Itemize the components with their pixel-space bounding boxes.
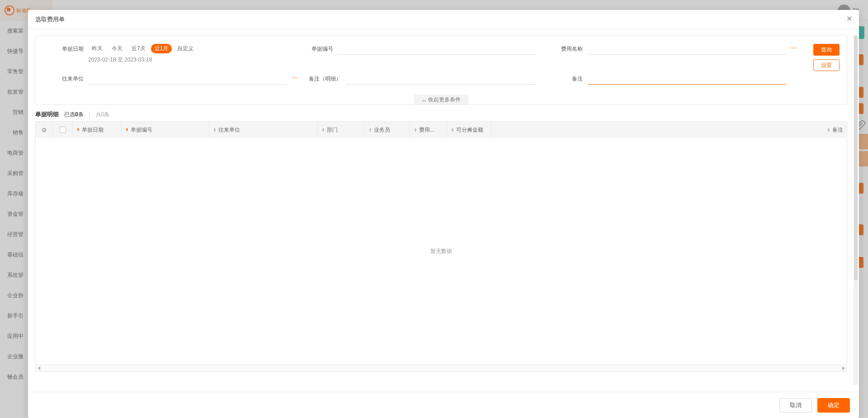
divider: | [89, 111, 90, 118]
sort-icon[interactable]: ▲▼ [76, 128, 80, 132]
column-label: 备注 [832, 126, 843, 134]
table-header: ▲▼ 单据日期 ▲▼ 单据编号 ▲▼ 往来单位 ▲▼ 部门 ▲▼ 业务员 [36, 122, 847, 138]
column-header-allocatable[interactable]: ▲▼ 可分摊金额 [447, 122, 491, 138]
filter-docno: 单据编号 [305, 44, 555, 64]
modal-title: 选取费用单 [35, 15, 65, 24]
filter-label: 备注 [555, 74, 587, 84]
column-label: 业务员 [374, 126, 390, 134]
remark-detail-input[interactable] [346, 74, 537, 85]
filter-label: 备注（明细） [305, 74, 346, 84]
column-label: 单据编号 [131, 126, 152, 134]
filter-label: 单据日期 [56, 44, 88, 54]
modal-body: 查询 设置 单据日期 昨天 今天 近7天 近1月 自定义 2023-02-18 … [28, 29, 859, 392]
filter-date: 单据日期 昨天 今天 近7天 近1月 自定义 2023-02-18 至 2023… [56, 44, 305, 64]
empty-text: 暂无数据 [430, 247, 452, 255]
remark-input[interactable] [587, 74, 786, 85]
sort-icon[interactable]: ▲▼ [321, 128, 325, 132]
vertical-scrollbar-thumb[interactable] [854, 35, 858, 280]
expense-name-picker-icon[interactable]: ··· [791, 45, 797, 51]
date-chip-custom[interactable]: 自定义 [174, 44, 197, 53]
details-selected-count: 已选0条 [64, 111, 84, 119]
column-label: 费用... [419, 126, 434, 134]
column-checkbox-all [53, 122, 73, 138]
sort-icon[interactable]: ▲▼ [213, 128, 217, 132]
sort-icon[interactable]: ▲▼ [414, 128, 417, 132]
cancel-button[interactable]: 取消 [779, 398, 812, 413]
results-table: ▲▼ 单据日期 ▲▼ 单据编号 ▲▼ 往来单位 ▲▼ 部门 ▲▼ 业务员 [35, 121, 847, 372]
date-chip-today[interactable]: 今天 [108, 44, 126, 53]
select-expense-modal: 选取费用单 ✕ 查询 设置 单据日期 昨天 今天 近7天 近1月 [28, 10, 859, 418]
table-empty: 暂无数据 [36, 138, 847, 364]
sort-icon[interactable]: ▲▼ [125, 128, 129, 132]
date-chip-last1m[interactable]: 近1月 [151, 44, 172, 53]
column-header-remark[interactable]: ▲▼ 备注 [491, 122, 847, 138]
sort-icon[interactable]: ▲▼ [451, 128, 454, 132]
partner-picker-icon[interactable]: ··· [292, 75, 298, 81]
date-quick-picker: 昨天 今天 近7天 近1月 自定义 2023-02-18 至 2023-03-1… [88, 44, 287, 64]
column-label: 部门 [327, 126, 338, 134]
details-bar: 单据明细 已选0条 | 共0条 [35, 110, 847, 119]
collapse-filters-button[interactable]: ︽收起更多条件 [414, 95, 468, 104]
filter-expense-name: 费用名称 ··· [555, 44, 827, 64]
sort-icon[interactable]: ▲▼ [827, 128, 830, 132]
filter-remark-detail: 备注（明细） [305, 74, 555, 85]
details-total-count: 共0条 [96, 111, 110, 119]
date-chip-yesterday[interactable]: 昨天 [88, 44, 106, 53]
partner-input[interactable] [88, 74, 287, 85]
filter-label: 往来单位 [56, 74, 88, 84]
expense-name-input[interactable] [587, 44, 786, 55]
sort-icon[interactable]: ▲▼ [368, 128, 372, 132]
column-header-partner[interactable]: ▲▼ 往来单位 [209, 122, 318, 138]
column-label: 可分摊金额 [456, 126, 483, 134]
docno-input[interactable] [338, 44, 537, 55]
column-header-expense[interactable]: ▲▼ 费用... [410, 122, 447, 138]
collapse-label: 收起更多条件 [428, 96, 461, 103]
filter-remark: 备注 [555, 74, 827, 85]
details-title: 单据明细 [35, 110, 59, 119]
column-settings-button[interactable] [36, 122, 53, 138]
filter-partner: 往来单位 ··· [56, 74, 305, 85]
column-label: 单据日期 [82, 126, 104, 134]
chevron-up-icon: ︽ [422, 97, 426, 102]
close-icon[interactable]: ✕ [844, 14, 854, 24]
filter-label: 费用名称 [555, 44, 587, 54]
filter-panel: 查询 设置 单据日期 昨天 今天 近7天 近1月 自定义 2023-02-18 … [35, 35, 847, 105]
modal-footer: 取消 确定 [28, 392, 859, 418]
column-header-docno[interactable]: ▲▼ 单据编号 [122, 122, 209, 138]
filter-label: 单据编号 [305, 44, 338, 54]
column-header-dept[interactable]: ▲▼ 部门 [318, 122, 365, 138]
date-chip-last7[interactable]: 近7天 [128, 44, 149, 53]
date-range-text: 2023-02-18 至 2023-03-18 [88, 56, 287, 64]
vertical-scrollbar[interactable] [854, 35, 858, 385]
column-header-date[interactable]: ▲▼ 单据日期 [73, 122, 122, 138]
checkbox-all[interactable] [60, 127, 66, 133]
column-label: 往来单位 [218, 126, 240, 134]
modal-header: 选取费用单 ✕ [28, 10, 859, 29]
ok-button[interactable]: 确定 [817, 398, 850, 413]
horizontal-scrollbar[interactable] [36, 364, 847, 371]
column-header-agent[interactable]: ▲▼ 业务员 [365, 122, 410, 138]
gear-icon [42, 127, 47, 133]
